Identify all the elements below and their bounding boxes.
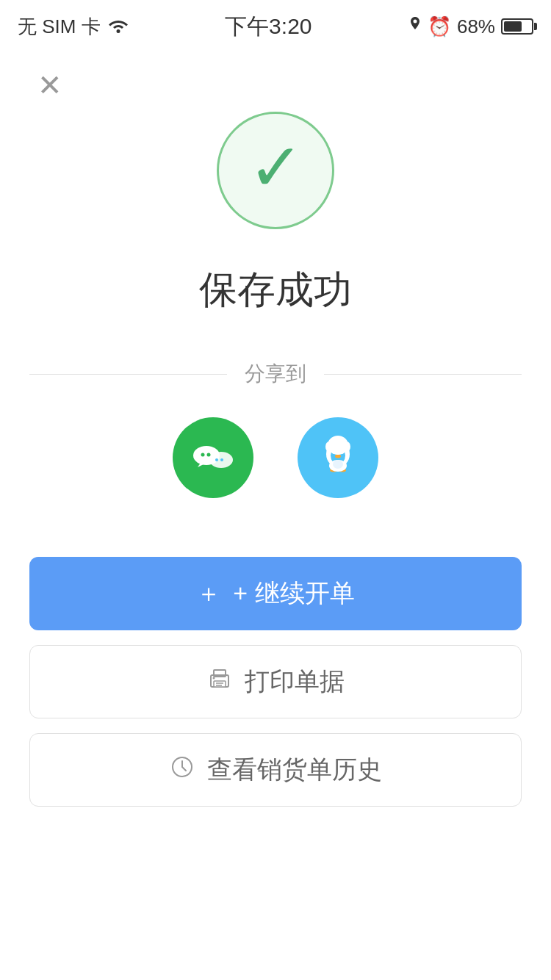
battery-percent: 68%: [457, 15, 495, 38]
sim-status: 无 SIM 卡: [18, 14, 101, 40]
close-button[interactable]: ✕: [29, 65, 71, 106]
print-label: 打印单据: [245, 665, 345, 699]
status-right: ⏰ 68%: [408, 15, 533, 38]
plus-icon: ＋: [196, 577, 221, 610]
main-content: ✓ 保存成功 分享到: [0, 53, 551, 807]
svg-point-12: [335, 455, 341, 458]
svg-point-3: [207, 453, 211, 457]
action-buttons: ＋ + 继续开单 打印单据: [0, 557, 551, 807]
divider-line-right: [324, 374, 522, 375]
svg-rect-22: [214, 681, 226, 687]
battery-icon: [501, 18, 533, 35]
print-icon: [206, 666, 233, 698]
share-label: 分享到: [227, 360, 324, 388]
success-title: 保存成功: [199, 264, 352, 316]
close-icon: ✕: [37, 71, 62, 100]
status-left: 无 SIM 卡: [18, 14, 129, 40]
continue-button[interactable]: ＋ + 继续开单: [29, 557, 522, 630]
svg-point-4: [215, 458, 218, 461]
svg-point-19: [328, 436, 348, 455]
checkmark-icon: ✓: [248, 134, 303, 201]
wechat-icon: [187, 432, 239, 483]
history-label: 查看销货单历史: [207, 753, 382, 787]
status-time: 下午3:20: [225, 12, 311, 42]
wifi-icon: [108, 15, 129, 38]
history-icon: [169, 754, 195, 786]
continue-label: + 继续开单: [233, 577, 354, 610]
success-circle: ✓: [217, 112, 334, 229]
share-icons: [173, 417, 378, 498]
svg-point-16: [333, 460, 343, 469]
divider-line-left: [29, 374, 227, 375]
share-divider: 分享到: [0, 360, 551, 388]
qq-icon: [312, 432, 364, 483]
svg-point-5: [220, 458, 223, 461]
status-bar: 无 SIM 卡 下午3:20 ⏰ 68%: [0, 0, 551, 53]
print-button[interactable]: 打印单据: [29, 645, 522, 718]
alarm-icon: ⏰: [428, 15, 451, 38]
qq-share-button[interactable]: [298, 417, 378, 498]
history-button[interactable]: 查看销货单历史: [29, 733, 522, 807]
wechat-share-button[interactable]: [173, 417, 253, 498]
svg-point-2: [201, 453, 205, 457]
location-icon: [408, 15, 422, 38]
svg-point-25: [213, 677, 215, 680]
